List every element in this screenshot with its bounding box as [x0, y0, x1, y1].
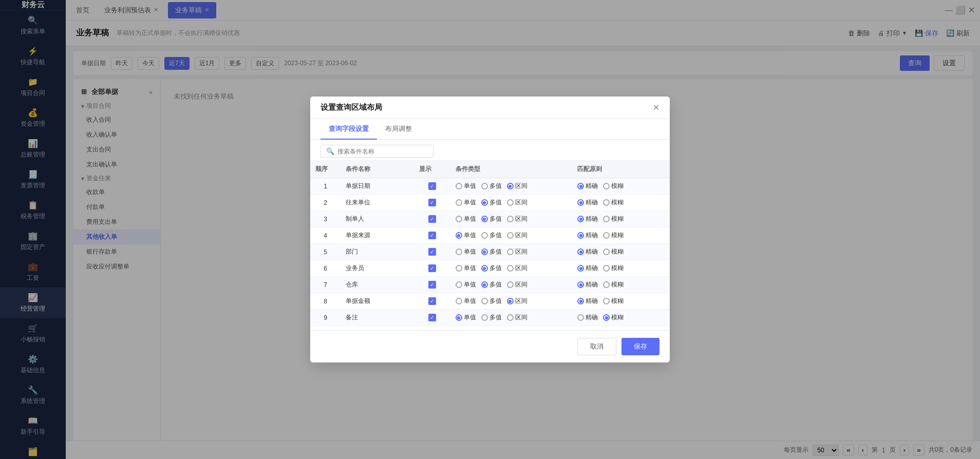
radio-dot — [481, 199, 488, 206]
match-radio-精确[interactable]: 精确 — [577, 313, 598, 322]
match-radio-模糊[interactable]: 模糊 — [603, 297, 624, 305]
show-checkbox[interactable] — [428, 281, 436, 289]
match-radio-模糊[interactable]: 模糊 — [603, 231, 624, 240]
cell-type: 单值多值区间 — [450, 244, 572, 260]
type-radio-多值[interactable]: 多值 — [481, 215, 502, 223]
type-radio-单值[interactable]: 单值 — [456, 280, 476, 289]
match-radio-模糊[interactable]: 模糊 — [603, 280, 624, 289]
table-row: 1单据日期单值多值区间精确模糊 — [310, 178, 670, 195]
radio-dot — [481, 281, 488, 288]
type-radio-单值[interactable]: 单值 — [456, 264, 476, 273]
cell-match: 精确模糊 — [572, 293, 670, 310]
type-radio-区间[interactable]: 区间 — [507, 247, 527, 256]
cell-match: 精确模糊 — [572, 244, 670, 260]
radio-dot — [577, 183, 584, 189]
type-radio-单值[interactable]: 单值 — [456, 297, 476, 305]
match-radio-模糊[interactable]: 模糊 — [603, 215, 624, 223]
table-row: 4单据来源单值多值区间精确模糊 — [310, 227, 670, 244]
cell-match: 精确模糊 — [572, 310, 670, 326]
cell-seq: 10 — [310, 326, 341, 331]
cell-type: 单值多值区间 — [450, 227, 572, 244]
type-radio-多值[interactable]: 多值 — [481, 280, 502, 289]
cell-show[interactable] — [414, 227, 450, 244]
type-radio-区间[interactable]: 区间 — [507, 215, 527, 223]
cell-show[interactable] — [414, 277, 450, 293]
radio-dot — [577, 314, 584, 321]
type-radio-区间[interactable]: 区间 — [507, 280, 527, 289]
cell-show[interactable] — [414, 293, 450, 310]
cell-show[interactable] — [414, 260, 450, 277]
show-checkbox[interactable] — [428, 314, 436, 321]
type-radio-单值[interactable]: 单值 — [456, 182, 476, 190]
match-radio-精确[interactable]: 精确 — [577, 264, 598, 273]
cell-show[interactable] — [414, 326, 450, 331]
search-input[interactable] — [337, 148, 425, 155]
type-radio-多值[interactable]: 多值 — [481, 247, 502, 256]
type-radio-区间[interactable]: 区间 — [507, 231, 527, 240]
cell-show[interactable] — [414, 211, 450, 227]
type-radio-区间[interactable]: 区间 — [507, 182, 527, 190]
show-checkbox[interactable] — [428, 182, 436, 190]
cell-match: 精确模糊 — [572, 277, 670, 293]
radio-dot — [603, 199, 610, 206]
cell-seq: 4 — [310, 227, 341, 244]
match-radio-精确[interactable]: 精确 — [577, 280, 598, 289]
cancel-button[interactable]: 取消 — [577, 338, 616, 355]
radio-dot — [603, 216, 610, 222]
modal-save-button[interactable]: 保存 — [621, 338, 659, 355]
show-checkbox[interactable] — [428, 232, 436, 239]
type-radio-区间[interactable]: 区间 — [507, 198, 527, 207]
match-radio-精确[interactable]: 精确 — [577, 231, 598, 240]
type-radio-多值[interactable]: 多值 — [481, 297, 502, 305]
match-radio-模糊[interactable]: 模糊 — [603, 247, 624, 256]
cell-seq: 8 — [310, 293, 341, 310]
table-row: 7仓库单值多值区间精确模糊 — [310, 277, 670, 293]
type-radio-多值[interactable]: 多值 — [481, 313, 502, 322]
show-checkbox[interactable] — [428, 248, 436, 256]
type-radio-单值[interactable]: 单值 — [456, 198, 476, 207]
cell-show[interactable] — [414, 244, 450, 260]
type-radio-多值[interactable]: 多值 — [481, 231, 502, 240]
type-radio-区间[interactable]: 区间 — [507, 297, 527, 305]
modal-close-button[interactable]: ✕ — [653, 103, 659, 112]
type-radio-单值[interactable]: 单值 — [456, 231, 476, 240]
radio-dot — [456, 298, 462, 304]
cell-seq: 3 — [310, 211, 341, 227]
match-radio-模糊[interactable]: 模糊 — [603, 182, 624, 190]
match-radio-精确[interactable]: 精确 — [577, 215, 598, 223]
tab-field-settings[interactable]: 查询字段设置 — [321, 119, 377, 140]
cell-seq: 6 — [310, 260, 341, 277]
modal-overlay: 设置查询区域布局 ✕ 查询字段设置 布局调整 🔍 顺序 条件名称 显示 — [0, 0, 980, 459]
radio-dot — [603, 248, 610, 255]
match-radio-精确[interactable]: 精确 — [577, 198, 598, 207]
type-radio-单值[interactable]: 单值 — [456, 215, 476, 223]
th-match: 匹配原则 — [572, 161, 670, 178]
match-radio-模糊[interactable]: 模糊 — [603, 264, 624, 273]
show-checkbox[interactable] — [428, 264, 436, 272]
type-radio-区间[interactable]: 区间 — [507, 313, 527, 322]
show-checkbox[interactable] — [428, 199, 436, 206]
type-radio-多值[interactable]: 多值 — [481, 182, 502, 190]
radio-dot — [577, 248, 584, 255]
th-name: 条件名称 — [341, 161, 413, 178]
match-radio-精确[interactable]: 精确 — [577, 247, 598, 256]
type-radio-多值[interactable]: 多值 — [481, 264, 502, 273]
type-radio-区间[interactable]: 区间 — [507, 264, 527, 273]
cell-seq: 9 — [310, 310, 341, 326]
cell-match: 精确模糊 — [572, 227, 670, 244]
match-radio-模糊[interactable]: 模糊 — [603, 198, 624, 207]
match-radio-模糊[interactable]: 模糊 — [603, 313, 624, 322]
type-radio-单值[interactable]: 单值 — [456, 247, 476, 256]
match-radio-精确[interactable]: 精确 — [577, 182, 598, 190]
show-checkbox[interactable] — [428, 215, 436, 223]
match-radio-精确[interactable]: 精确 — [577, 297, 598, 305]
cell-show[interactable] — [414, 178, 450, 195]
modal-tabs: 查询字段设置 布局调整 — [310, 119, 670, 140]
radio-dot — [603, 265, 610, 272]
cell-show[interactable] — [414, 310, 450, 326]
type-radio-多值[interactable]: 多值 — [481, 198, 502, 207]
tab-layout-adjust[interactable]: 布局调整 — [377, 119, 420, 140]
show-checkbox[interactable] — [428, 297, 436, 305]
cell-show[interactable] — [414, 195, 450, 211]
type-radio-单值[interactable]: 单值 — [456, 313, 476, 322]
